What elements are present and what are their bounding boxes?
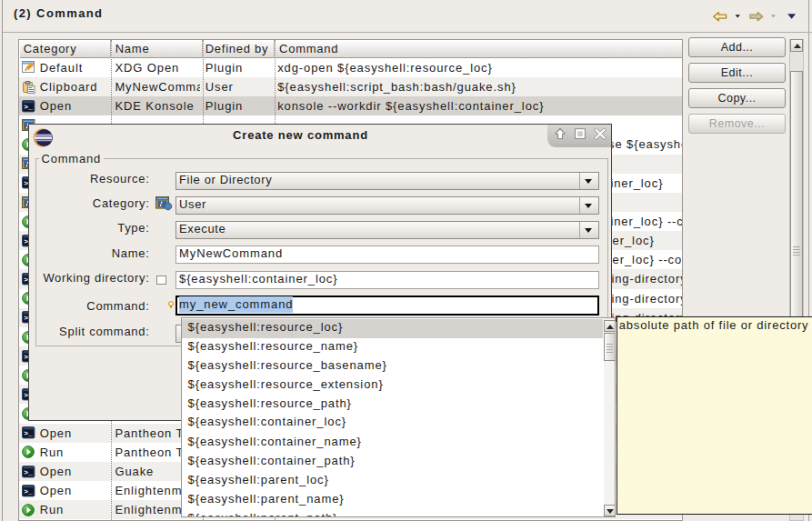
svg-text:>_: >_ [25, 468, 34, 476]
svg-text:>_: >_ [25, 103, 34, 111]
svg-text:>_: >_ [25, 429, 34, 437]
svg-text:>_: >_ [25, 487, 34, 496]
